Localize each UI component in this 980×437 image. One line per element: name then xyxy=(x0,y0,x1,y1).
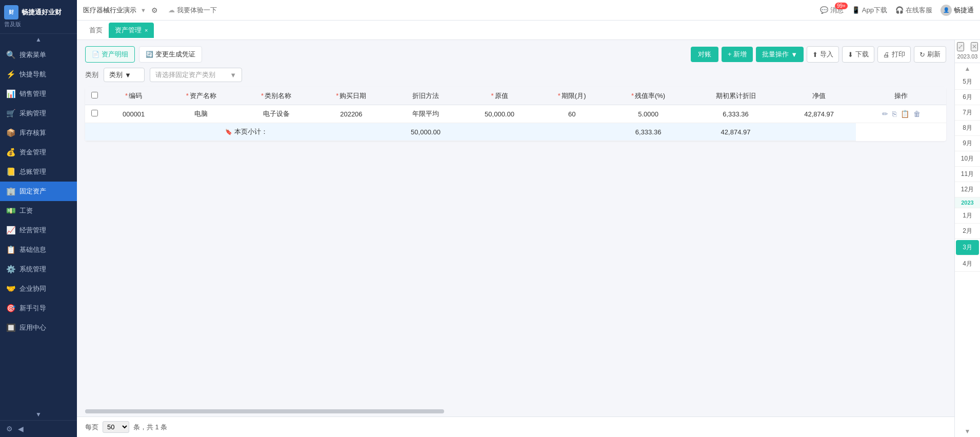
app-logo: 财 畅捷通好业财 xyxy=(4,5,73,19)
tab-home[interactable]: 首页 xyxy=(85,26,107,35)
sidebar-item-inventory[interactable]: 📦 库存核算 xyxy=(0,123,77,143)
capital-icon: 💰 xyxy=(6,148,15,157)
sidebar-item-fixed-assets[interactable]: 🏢 固定资产 xyxy=(0,182,77,201)
calendar-nav-down[interactable]: ▼ xyxy=(965,428,971,435)
app-download-icon: 📱 xyxy=(852,6,860,14)
sidebar-item-base-info[interactable]: 📋 基础信息 xyxy=(0,240,77,260)
sidebar-item-app-center[interactable]: 🔲 应用中心 xyxy=(0,318,77,337)
horizontal-scrollbar[interactable] xyxy=(85,409,444,413)
sidebar-header: 财 畅捷通好业财 普及版 xyxy=(0,0,77,34)
col-depreciation-method: 折旧方法 xyxy=(389,87,463,105)
app-download-label: App下载 xyxy=(862,6,887,15)
refresh-button[interactable]: ↻ 刷新 xyxy=(914,46,946,63)
subtab-asset-detail[interactable]: 📄 资产明细 xyxy=(85,46,135,63)
subtab-voucher[interactable]: 🔄 变更生成凭证 xyxy=(139,46,202,63)
calendar-year-label: 2023.03 xyxy=(956,52,979,61)
company-dropdown-icon[interactable]: ▼ xyxy=(141,7,146,13)
tab-close-icon[interactable]: × xyxy=(145,27,148,33)
purchase-icon: 🛒 xyxy=(6,109,15,118)
row-code: 000001 xyxy=(104,105,164,123)
sidebar-scroll-down[interactable]: ▼ xyxy=(0,409,77,420)
category-type-select[interactable]: 类别 ▼ xyxy=(104,68,145,82)
company-name: 医疗器械行业演示 xyxy=(83,6,136,15)
new-button[interactable]: + 新增 xyxy=(722,47,753,62)
cal-month-4[interactable]: 4月 xyxy=(955,256,980,272)
cal-year-2023: 2023 xyxy=(955,197,980,208)
reconcile-button[interactable]: 对账 xyxy=(691,47,718,62)
collapse-sidebar-icon[interactable]: ◀ xyxy=(18,425,24,433)
cal-month-3-current[interactable]: 3月 xyxy=(956,240,979,255)
row-checkbox-cell[interactable] xyxy=(85,105,104,123)
row-checkbox[interactable] xyxy=(91,110,98,116)
refresh-icon: ↻ xyxy=(919,51,925,58)
download-label: 下载 xyxy=(855,50,869,59)
subtotal-empty-1 xyxy=(85,123,104,141)
horizontal-scrollbar-thumb[interactable] xyxy=(85,409,444,413)
try-experience[interactable]: ☁ 我要体验一下 xyxy=(168,6,217,15)
sidebar-nav: 🔍 搜索菜单 ⚡ 快捷导航 📊 销售管理 🛒 采购管理 📦 库存核算 💰 资金管… xyxy=(0,45,77,409)
sidebar-item-ops[interactable]: 📈 经营管理 xyxy=(0,221,77,240)
message-button[interactable]: 💬 消息 99+ xyxy=(820,6,844,15)
sidebar-item-label: 工资 xyxy=(19,206,33,215)
col-accumulated-depreciation: 期初累计折旧 xyxy=(689,87,782,105)
ops-icon: 📈 xyxy=(6,226,15,235)
detail-icon[interactable]: 📋 xyxy=(901,110,909,118)
horizontal-scrollbar-area xyxy=(77,406,954,416)
cal-month-10[interactable]: 10月 xyxy=(955,151,980,167)
main-content: 📄 资产明细 🔄 变更生成凭证 对账 + 新增 批量操作 ▼ xyxy=(77,40,954,437)
sidebar-scroll-up[interactable]: ▲ xyxy=(0,34,77,45)
salary-icon: 💵 xyxy=(6,206,15,215)
sidebar-item-enterprise[interactable]: 🤝 企业协同 xyxy=(0,279,77,299)
cal-month-9[interactable]: 9月 xyxy=(955,136,980,151)
col-original-value: *原值 xyxy=(463,87,536,105)
print-icon: 🖨 xyxy=(883,51,890,58)
inventory-icon: 📦 xyxy=(6,128,15,137)
cal-month-1[interactable]: 1月 xyxy=(955,208,980,224)
sidebar-item-quick-nav[interactable]: ⚡ 快捷导航 xyxy=(0,65,77,84)
subtotal-label-text: 本页小计： xyxy=(234,127,268,136)
app-download-button[interactable]: 📱 App下载 xyxy=(852,6,887,15)
sidebar-item-ledger[interactable]: 📒 总账管理 xyxy=(0,162,77,182)
select-all-checkbox[interactable] xyxy=(91,92,98,98)
cal-month-12[interactable]: 12月 xyxy=(955,182,980,197)
download-button[interactable]: ⬇ 下载 xyxy=(842,46,874,63)
total-label: 条，共 1 条 xyxy=(133,423,167,432)
calendar-expand-icon[interactable]: ⤢ xyxy=(957,42,964,51)
category-value-select[interactable]: 请选择固定资产类别 ▼ xyxy=(150,68,242,82)
online-service-button[interactable]: 🎧 在线客服 xyxy=(895,6,932,15)
calendar-nav-up[interactable]: ▲ xyxy=(965,65,971,72)
subtotal-accumulated: 6,333.36 xyxy=(607,123,689,141)
sidebar-item-purchase[interactable]: 🛒 采购管理 xyxy=(0,104,77,123)
cal-month-8[interactable]: 8月 xyxy=(955,121,980,136)
sidebar-item-capital[interactable]: 💰 资金管理 xyxy=(0,143,77,162)
refresh-label: 刷新 xyxy=(927,50,941,59)
cal-month-7[interactable]: 7月 xyxy=(955,105,980,121)
sidebar-item-search[interactable]: 🔍 搜索菜单 xyxy=(0,45,77,65)
cal-month-5[interactable]: 5月 xyxy=(955,74,980,90)
export-button[interactable]: ⬆ 导入 xyxy=(807,46,839,63)
cal-month-11[interactable]: 11月 xyxy=(955,167,980,182)
edit-icon[interactable]: ✏ xyxy=(882,110,888,118)
sidebar-item-label: 应用中心 xyxy=(19,323,46,332)
avatar: 👤 xyxy=(941,5,952,16)
calendar-close-icon[interactable]: ✕ xyxy=(971,42,978,51)
sidebar-item-sales[interactable]: 📊 销售管理 xyxy=(0,84,77,104)
settings-icon[interactable]: ⚙ xyxy=(6,425,13,433)
print-button[interactable]: 🖨 打印 xyxy=(877,46,911,63)
tab-asset-management[interactable]: 资产管理 × xyxy=(109,23,154,38)
cal-month-2[interactable]: 2月 xyxy=(955,224,980,239)
delete-icon[interactable]: 🗑 xyxy=(913,110,921,118)
company-gear-icon[interactable]: ⚙ xyxy=(151,6,158,14)
select-all-cell[interactable] xyxy=(85,87,104,105)
row-depreciation-method: 年限平均 xyxy=(389,105,463,123)
sales-icon: 📊 xyxy=(6,89,15,98)
table-header-row: *编码 *资产名称 *类别名称 *购买日期 折旧方法 *原值 *期限(月) *残… xyxy=(85,87,946,105)
batch-button[interactable]: 批量操作 ▼ xyxy=(756,47,804,62)
copy-icon[interactable]: ⎘ xyxy=(892,110,896,118)
cal-month-6[interactable]: 6月 xyxy=(955,90,980,105)
sidebar-item-guide[interactable]: 🎯 新手引导 xyxy=(0,299,77,318)
user-menu[interactable]: 👤 畅捷通 xyxy=(941,5,974,16)
sidebar-item-sys-mgmt[interactable]: ⚙️ 系统管理 xyxy=(0,260,77,279)
per-page-select[interactable]: 50 10 20 100 xyxy=(103,421,129,433)
sidebar-item-salary[interactable]: 💵 工资 xyxy=(0,201,77,221)
